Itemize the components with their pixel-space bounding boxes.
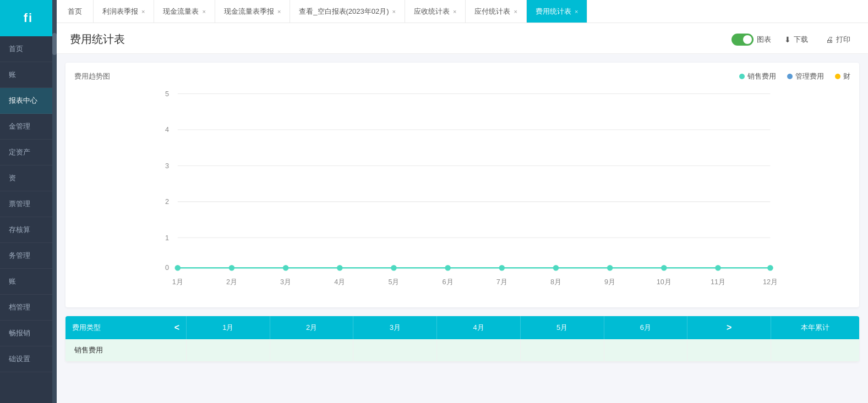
chart-toggle-wrap: 图表 — [731, 34, 771, 46]
chart-title: 费用趋势图 — [74, 71, 110, 81]
th-nav-next[interactable]: > — [687, 316, 771, 339]
svg-point-27 — [337, 265, 343, 271]
nav-prev-button[interactable]: < — [174, 323, 179, 333]
td-val-2 — [270, 339, 354, 361]
td-val-6 — [604, 339, 688, 361]
td-val-1 — [187, 339, 270, 361]
svg-point-26 — [283, 265, 289, 271]
close-icon[interactable]: × — [277, 8, 281, 15]
svg-text:2月: 2月 — [226, 278, 237, 286]
download-icon: ⬇ — [784, 35, 791, 44]
chart-container: 费用趋势图 销售费用 管理费用 财 — [65, 63, 859, 307]
sidebar-item-fixed-assets[interactable]: 定资产 — [0, 140, 57, 165]
svg-text:4月: 4月 — [334, 278, 345, 286]
svg-text:11月: 11月 — [711, 278, 725, 286]
svg-text:2: 2 — [165, 198, 169, 206]
svg-text:5月: 5月 — [388, 278, 399, 286]
sidebar: fi 首页 账 报表中心 金管理 定资产 资 票管理 存核算 务管理 账 档管理… — [0, 0, 57, 403]
svg-text:4: 4 — [165, 126, 169, 134]
sidebar-scrollbar[interactable] — [52, 0, 57, 403]
th-type: 费用类型 < — [65, 316, 187, 339]
td-val-5 — [521, 339, 604, 361]
legend-sales: 销售费用 — [739, 71, 776, 81]
th-month-6: 6月 — [604, 316, 688, 339]
sidebar-item-inventory[interactable]: 存核算 — [0, 217, 57, 243]
th-month-2: 2月 — [270, 316, 354, 339]
sidebar-item-home[interactable]: 首页 — [0, 36, 57, 62]
toggle-label: 图表 — [757, 35, 771, 45]
table-header: 费用类型 < 1月 2月 3月 4月 5月 — [65, 316, 859, 339]
page-header: 费用统计表 图表 ⬇ 下载 🖨 打印 — [57, 23, 868, 54]
chart-legend: 销售费用 管理费用 财 — [739, 71, 850, 81]
tab-blank-report[interactable]: 查看_空白报表(2023年02月) × — [290, 0, 405, 23]
svg-text:1月: 1月 — [172, 278, 183, 286]
td-val-4 — [437, 339, 521, 361]
header-actions: 图表 ⬇ 下载 🖨 打印 — [731, 32, 855, 47]
legend-finance: 财 — [835, 71, 850, 81]
page-title: 费用统计表 — [70, 32, 125, 47]
print-icon: 🖨 — [826, 35, 833, 44]
sidebar-item-invoice-mgmt[interactable]: 票管理 — [0, 191, 57, 217]
tab-receivables[interactable]: 应收统计表 × — [405, 0, 466, 23]
close-icon[interactable]: × — [514, 8, 517, 15]
tab-expense-stats[interactable]: 费用统计表 × — [527, 0, 587, 23]
svg-point-24 — [175, 265, 181, 271]
sidebar-item-archive-mgmt[interactable]: 档管理 — [0, 295, 57, 321]
td-total — [771, 339, 859, 361]
close-icon[interactable]: × — [141, 8, 145, 15]
close-icon[interactable]: × — [202, 8, 205, 15]
td-type: 销售费用 — [65, 339, 187, 361]
close-icon[interactable]: × — [575, 8, 578, 15]
svg-point-31 — [553, 265, 559, 271]
th-month-1: 1月 — [187, 316, 270, 339]
sidebar-item-account[interactable]: 账 — [0, 62, 57, 88]
chart-svg-wrap: 5 4 3 2 1 0 1月 2月 3月 4月 5月 6月 7月 8月 9 — [74, 88, 850, 299]
svg-point-29 — [445, 265, 451, 271]
table-row: 销售费用 — [65, 339, 859, 362]
tab-payables[interactable]: 应付统计表 × — [466, 0, 526, 23]
svg-point-34 — [715, 265, 721, 271]
th-month-3: 3月 — [353, 316, 437, 339]
legend-dot-sales — [739, 74, 745, 79]
th-month-4: 4月 — [437, 316, 521, 339]
svg-text:7月: 7月 — [496, 278, 507, 286]
sidebar-item-service-mgmt[interactable]: 务管理 — [0, 243, 57, 269]
svg-point-33 — [661, 265, 667, 271]
svg-text:8月: 8月 — [550, 278, 561, 286]
svg-point-30 — [499, 265, 505, 271]
svg-text:12月: 12月 — [763, 278, 778, 286]
sidebar-item-smooth-sales[interactable]: 畅报销 — [0, 321, 57, 346]
download-button[interactable]: ⬇ 下载 — [780, 32, 812, 47]
tab-cashflow[interactable]: 现金流量表 × — [154, 0, 215, 23]
print-button[interactable]: 🖨 打印 — [821, 32, 855, 47]
svg-point-35 — [767, 265, 773, 271]
content-area: 费用统计表 图表 ⬇ 下载 🖨 打印 费用趋势图 — [57, 23, 868, 403]
tab-cashflow-quarterly[interactable]: 现金流量表季报 × — [215, 0, 290, 23]
tab-home[interactable]: 首页 — [57, 0, 94, 23]
svg-text:0: 0 — [165, 264, 169, 272]
close-icon[interactable]: × — [453, 8, 456, 15]
svg-text:9月: 9月 — [604, 278, 615, 286]
app-logo: fi — [0, 0, 57, 36]
nav-next-button[interactable]: > — [727, 323, 731, 333]
sidebar-scrollbar-thumb[interactable] — [52, 33, 57, 55]
chart-toggle[interactable] — [731, 34, 754, 46]
svg-point-25 — [229, 265, 235, 271]
svg-text:10月: 10月 — [657, 278, 672, 286]
trend-chart: 5 4 3 2 1 0 1月 2月 3月 4月 5月 6月 7月 8月 9 — [74, 88, 850, 297]
chart-header: 费用趋势图 销售费用 管理费用 财 — [74, 71, 850, 81]
close-icon[interactable]: × — [392, 8, 396, 15]
sidebar-item-capital[interactable]: 资 — [0, 165, 57, 191]
sidebar-item-ledger[interactable]: 账 — [0, 269, 57, 295]
th-month-5: 5月 — [521, 316, 604, 339]
expense-table: 费用类型 < 1月 2月 3月 4月 5月 — [65, 316, 859, 362]
tab-bar: 首页 利润表季报 × 现金流量表 × 现金流量表季报 × 查看_空白报表(202… — [57, 0, 868, 23]
td-val-3 — [353, 339, 437, 361]
sidebar-item-fund-mgmt[interactable]: 金管理 — [0, 114, 57, 140]
svg-point-28 — [391, 265, 397, 271]
sidebar-item-report-center[interactable]: 报表中心 — [0, 88, 57, 114]
sidebar-item-base-settings[interactable]: 础设置 — [0, 346, 57, 372]
th-total: 本年累计 — [771, 316, 859, 339]
svg-text:6月: 6月 — [443, 278, 454, 286]
tab-profit-quarterly[interactable]: 利润表季报 × — [94, 0, 154, 23]
